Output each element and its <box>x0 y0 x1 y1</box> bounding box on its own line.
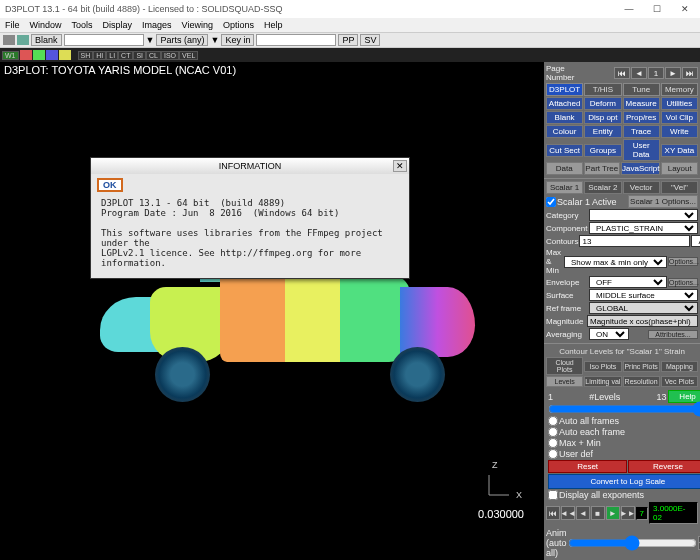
maxmin-options[interactable]: Options... <box>668 257 698 266</box>
menu-file[interactable]: File <box>5 20 20 30</box>
magnitude-field[interactable] <box>587 315 698 327</box>
contours-mode[interactable]: Auto all Medium <box>691 235 700 247</box>
sv-button[interactable]: SV <box>360 34 380 46</box>
scalar1-active-checkbox[interactable] <box>546 197 556 207</box>
contours-n[interactable] <box>579 235 690 247</box>
w1-button[interactable]: W1 <box>2 51 19 60</box>
minimize-button[interactable]: — <box>619 4 639 14</box>
view-ct-button[interactable]: CT <box>118 51 133 60</box>
dialog-ok-button[interactable]: OK <box>97 178 123 192</box>
envelope-options[interactable]: Options... <box>668 278 698 287</box>
pause-icon[interactable] <box>59 50 71 60</box>
maxmin-radio[interactable] <box>548 438 558 448</box>
panel-colour[interactable]: Colour <box>546 125 583 138</box>
scalar1-options-button[interactable]: Scalar 1 Options... <box>628 195 698 208</box>
menu-help[interactable]: Help <box>264 20 283 30</box>
tab-limitingval[interactable]: Limiting val <box>584 376 621 387</box>
levels-slider[interactable] <box>548 404 700 414</box>
view-li-button[interactable]: LI <box>106 51 118 60</box>
anim-fwd-icon[interactable]: ►► <box>621 506 635 520</box>
panel-xydata[interactable]: XY Data <box>661 144 698 157</box>
tab-princplots[interactable]: Princ Plots <box>623 361 660 372</box>
panel-blank[interactable]: Blank <box>546 111 583 124</box>
view-sh-button[interactable]: SH <box>78 51 94 60</box>
category-select[interactable] <box>589 209 698 221</box>
envelope-select[interactable]: OFF <box>589 276 667 288</box>
home-icon[interactable] <box>3 35 15 45</box>
anim-play-icon[interactable]: ► <box>606 506 620 520</box>
menu-tools[interactable]: Tools <box>72 20 93 30</box>
component-select[interactable]: PLASTIC_STRAIN <box>589 222 698 234</box>
tab-this[interactable]: T/HIS <box>584 83 621 96</box>
view-vel-button[interactable]: VEL <box>179 51 198 60</box>
panel-attached[interactable]: Attached <box>546 97 583 110</box>
stop-icon[interactable] <box>46 50 58 60</box>
btn-layout[interactable]: Layout <box>661 162 698 175</box>
menu-window[interactable]: Window <box>30 20 62 30</box>
view-hi-button[interactable]: HI <box>93 51 106 60</box>
tab-levels[interactable]: Levels <box>546 376 583 387</box>
tab-memory[interactable]: Memory <box>661 83 698 96</box>
view-cl-button[interactable]: CL <box>146 51 161 60</box>
auto-all-radio[interactable] <box>548 416 558 426</box>
panel-write[interactable]: Write <box>661 125 698 138</box>
userdef-radio[interactable] <box>548 449 558 459</box>
menu-options[interactable]: Options <box>223 20 254 30</box>
maximize-button[interactable]: ☐ <box>647 4 667 14</box>
tab-isoplots[interactable]: Iso Plots <box>584 361 621 372</box>
btn-javascript[interactable]: JavaScript <box>621 162 660 175</box>
reverse-button[interactable]: Reverse <box>628 460 700 473</box>
play-icon[interactable] <box>33 50 45 60</box>
dialog-close-icon[interactable]: ✕ <box>393 160 407 172</box>
anim-slider[interactable] <box>568 539 697 547</box>
view-iso-button[interactable]: ISO <box>161 51 179 60</box>
page-num[interactable]: 1 <box>648 67 664 79</box>
panel-userdata[interactable]: User Data <box>623 139 660 161</box>
parts-dropdown[interactable]: Parts (any) <box>156 34 208 46</box>
btn-data[interactable]: Data <box>546 162 583 175</box>
tab-cloudplots[interactable]: Cloud Plots <box>546 357 583 375</box>
dialog-titlebar[interactable]: INFORMATION ✕ <box>91 158 409 174</box>
tab-scalar2[interactable]: Scalar 2 <box>584 181 621 194</box>
exp-all-checkbox[interactable] <box>548 490 558 500</box>
menu-display[interactable]: Display <box>103 20 133 30</box>
close-button[interactable]: ✕ <box>675 4 695 14</box>
log-scale-button[interactable]: Convert to Log Scale <box>548 474 700 489</box>
panel-dispopt[interactable]: Disp opt <box>584 111 621 124</box>
page-next-icon[interactable]: ► <box>665 67 681 79</box>
tab-mapping[interactable]: Mapping <box>661 361 698 372</box>
view-si-button[interactable]: SI <box>133 51 146 60</box>
btn-parttree[interactable]: Part Tree <box>584 162 621 175</box>
menu-viewing[interactable]: Viewing <box>182 20 213 30</box>
panel-trace[interactable]: Trace <box>623 125 660 138</box>
surface-select[interactable]: MIDDLE surface <box>589 289 698 301</box>
panel-entity[interactable]: Entity <box>584 125 621 138</box>
panel-deform[interactable]: Deform <box>584 97 621 110</box>
anim-first-icon[interactable]: ⏮ <box>546 506 560 520</box>
tab-vector[interactable]: Vector <box>623 181 660 194</box>
reset-button[interactable]: Reset <box>548 460 627 473</box>
page-last-icon[interactable]: ⏭ <box>682 67 698 79</box>
tab-vel[interactable]: "Vel" <box>661 181 698 194</box>
tab-dplot[interactable]: D3PLOT <box>546 83 583 96</box>
panel-measure[interactable]: Measure <box>623 97 660 110</box>
keyin-input[interactable] <box>256 34 336 46</box>
menu-images[interactable]: Images <box>142 20 172 30</box>
panel-cutsect[interactable]: Cut Sect <box>546 144 583 157</box>
maxmin-select[interactable]: Show max & min only <box>564 256 667 268</box>
page-first-icon[interactable]: ⏮ <box>614 67 630 79</box>
anim-prev-icon[interactable]: ◄ <box>576 506 590 520</box>
record-icon[interactable] <box>20 50 32 60</box>
3d-viewport[interactable]: D3PLOT: TOYOTA YARIS MODEL (NCAC V01) Z … <box>0 62 544 560</box>
anim-stop-icon[interactable]: ■ <box>591 506 605 520</box>
refframe-select[interactable]: GLOBAL <box>589 302 698 314</box>
panel-propres[interactable]: Prop/res <box>623 111 660 124</box>
auto-each-radio[interactable] <box>548 427 558 437</box>
panel-utilities[interactable]: Utilities <box>661 97 698 110</box>
globe-icon[interactable] <box>17 35 29 45</box>
panel-groups[interactable]: Groups <box>584 144 621 157</box>
blank-input[interactable] <box>64 34 144 46</box>
tab-resolution[interactable]: Resolution <box>623 376 660 387</box>
blank-dropdown[interactable]: Blank <box>31 34 62 46</box>
pp-button[interactable]: PP <box>338 34 358 46</box>
